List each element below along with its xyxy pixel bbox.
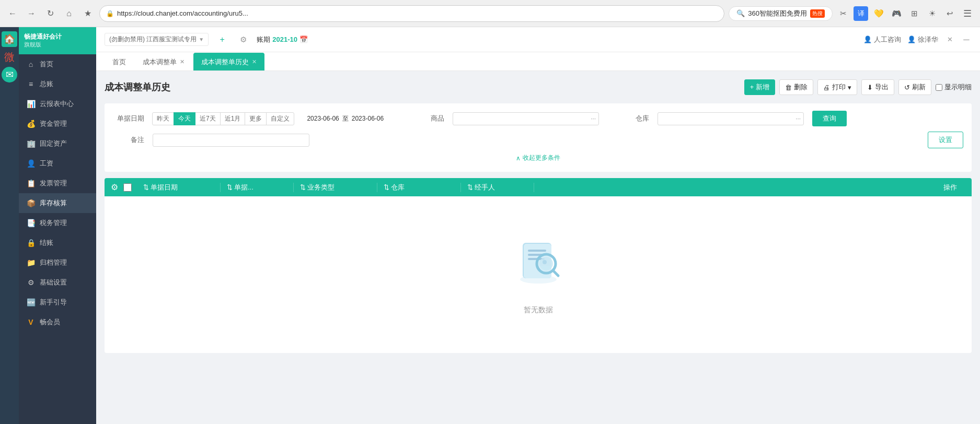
game-icon[interactable]: 🎮 <box>889 6 904 21</box>
icon-bar-active[interactable]: ✉ <box>2 67 17 83</box>
warehouse-input[interactable] <box>658 112 804 125</box>
new-button[interactable]: + 新增 <box>744 79 775 95</box>
period-label: 账期 <box>257 35 270 44</box>
th-type[interactable]: ⇅ 业务类型 <box>294 183 377 192</box>
display-cols-label: 显示明细 <box>944 83 972 92</box>
settings-gear-icon[interactable]: ⚙ <box>236 32 250 47</box>
goods-input[interactable] <box>453 112 599 125</box>
reload-button[interactable]: ↻ <box>43 6 57 21</box>
select-all-checkbox[interactable] <box>123 183 132 192</box>
sidebar-item-reports[interactable]: 📊 云报表中心 <box>19 94 96 114</box>
user-service-button[interactable]: 👤 人工咨询 <box>863 35 901 44</box>
top-bar: (勿删勿禁用) 江西服宝测试专用 ▼ + ⚙ 账期 2021-10 📅 👤 人工… <box>96 27 980 52</box>
query-button[interactable]: 查询 <box>812 111 847 126</box>
th-ops: 操作 <box>935 183 965 192</box>
delete-button[interactable]: 🗑 删除 <box>779 79 813 95</box>
home-button[interactable]: ⌂ <box>62 6 76 21</box>
setting-button[interactable]: 设置 <box>928 132 963 148</box>
sidebar-item-label-ledger: 总账 <box>40 79 53 89</box>
tab-label-cost-adjust: 成本调整单 <box>143 57 177 67</box>
search-bar[interactable]: 🔍 360智能抠图免费用 热搜 <box>729 6 833 21</box>
page-content: 成本调整单历史 + 新增 🗑 删除 🖨 打印 ▾ ⬇ 导出 <box>96 71 980 424</box>
collapse-btn[interactable]: ∧ 收起更多条件 <box>516 154 560 162</box>
tab-close-cost-adjust[interactable]: ✕ <box>180 58 185 65</box>
date-btn-custom[interactable]: 自定义 <box>266 112 294 125</box>
remark-filter-label: 备注 <box>113 135 144 145</box>
th-number[interactable]: ⇅ 单据... <box>221 183 294 192</box>
sort-icon-number: ⇅ <box>227 183 233 191</box>
logo-sub: 旗舰版 <box>24 41 41 49</box>
tab-home[interactable]: 首页 <box>105 53 134 70</box>
back-button[interactable]: ← <box>5 6 20 21</box>
th-number-label: 单据... <box>234 183 253 192</box>
svg-point-7 <box>539 257 553 270</box>
tab-cost-adjust-history[interactable]: 成本调整单历史 ✕ <box>193 53 264 70</box>
th-warehouse[interactable]: ⇅ 仓库 <box>377 183 461 192</box>
tab-label-cost-adjust-history: 成本调整单历史 <box>201 57 249 67</box>
sidebar-item-settings[interactable]: ⚙ 基础设置 <box>19 273 96 292</box>
sidebar-item-tax[interactable]: 📑 税务管理 <box>19 213 96 233</box>
grid-icon[interactable]: ⊞ <box>907 6 921 21</box>
tab-close-cost-adjust-history[interactable]: ✕ <box>252 58 257 65</box>
sidebar-item-label-fixed-assets: 固定资产 <box>40 139 67 148</box>
icon-bar-weibo[interactable]: 微 <box>2 49 17 65</box>
date-btn-more[interactable]: 更多 <box>245 112 267 125</box>
refresh-button[interactable]: ↺ 刷新 <box>898 79 931 95</box>
home-icon: ⌂ <box>26 60 36 68</box>
date-range-start: 2023-06-06 <box>307 115 339 122</box>
table-settings-icon[interactable]: ⚙ <box>111 182 118 192</box>
goods-select-wrap[interactable] <box>453 112 599 125</box>
scissors-icon[interactable]: ✂ <box>836 6 850 21</box>
sidebar-item-invoice[interactable]: 📋 发票管理 <box>19 173 96 193</box>
url-bar[interactable]: 🔒 https://cloud.chanjet.com/accounting/u… <box>99 5 724 22</box>
date-btn-yesterday[interactable]: 昨天 <box>152 112 174 125</box>
print-button[interactable]: 🖨 打印 ▾ <box>817 79 857 95</box>
calendar-icon[interactable]: 📅 <box>299 36 308 43</box>
sidebar-item-funds[interactable]: 💰 资金管理 <box>19 114 96 134</box>
wallet-icon[interactable]: 💛 <box>871 6 886 21</box>
bookmark-button[interactable]: ★ <box>80 6 95 21</box>
forward-button[interactable]: → <box>24 6 39 21</box>
export-button[interactable]: ⬇ 导出 <box>861 79 894 95</box>
sidebar-item-fixed-assets[interactable]: 🏢 固定资产 <box>19 134 96 154</box>
window-close-button[interactable]: ✕ <box>944 34 955 45</box>
translate-icon[interactable]: 译 <box>854 6 868 21</box>
sidebar-item-inventory[interactable]: 📦 库存核算 <box>19 193 96 213</box>
top-bar-left: (勿删勿禁用) 江西服宝测试专用 ▼ + ⚙ 账期 2021-10 📅 <box>105 32 308 47</box>
date-btn-today[interactable]: 今天 <box>174 112 195 125</box>
th-type-label: 业务类型 <box>307 183 335 192</box>
sidebar-item-home[interactable]: ⌂ 首页 <box>19 54 96 74</box>
brightness-icon[interactable]: ☀ <box>925 6 939 21</box>
print-icon: 🖨 <box>823 84 830 91</box>
warehouse-select-wrap[interactable] <box>658 112 804 125</box>
logo-title: 畅捷通好会计 <box>24 33 62 41</box>
payroll-icon: 👤 <box>26 159 36 168</box>
th-date[interactable]: ⇅ 单据日期 <box>137 183 221 192</box>
date-btn-7days[interactable]: 近7天 <box>195 112 221 125</box>
menu-icon[interactable]: ☰ <box>960 6 975 21</box>
user-profile-button[interactable]: 👤 徐泽华 <box>907 35 938 44</box>
add-account-button[interactable]: + <box>215 32 229 47</box>
sidebar-item-archive[interactable]: 📁 归档管理 <box>19 253 96 273</box>
display-cols-checkbox-wrap[interactable]: 显示明细 <box>936 83 972 92</box>
date-btn-1month[interactable]: 近1月 <box>220 112 246 125</box>
sidebar-item-guide[interactable]: 🆕 新手引导 <box>19 292 96 312</box>
sidebar-item-payroll[interactable]: 👤 工资 <box>19 154 96 173</box>
tab-cost-adjust[interactable]: 成本调整单 ✕ <box>135 53 192 70</box>
sidebar-item-label-member: 畅会员 <box>40 317 60 327</box>
filter-row-date: 单据日期 昨天 今天 近7天 近1月 更多 自定义 2023-06-06 至 2… <box>113 111 963 126</box>
sidebar-item-label-settings: 基础设置 <box>40 278 67 287</box>
display-cols-checkbox[interactable] <box>936 84 942 91</box>
remark-input[interactable] <box>153 134 309 147</box>
th-handler[interactable]: ⇅ 经手人 <box>461 183 534 192</box>
sidebar-item-ledger[interactable]: ≡ 总账 <box>19 74 96 94</box>
account-selector[interactable]: (勿删勿禁用) 江西服宝测试专用 ▼ <box>105 33 209 46</box>
icon-bar-notification[interactable]: 🏠 <box>2 31 17 47</box>
sidebar-item-member[interactable]: V 畅会员 <box>19 312 96 332</box>
undo-icon[interactable]: ↩ <box>942 6 957 21</box>
window-minimize-button[interactable]: ─ <box>961 34 972 45</box>
print-chevron-icon: ▾ <box>848 84 851 91</box>
top-bar-right: 👤 人工咨询 👤 徐泽华 ✕ ─ <box>863 34 972 45</box>
filter-section: 单据日期 昨天 今天 近7天 近1月 更多 自定义 2023-06-06 至 2… <box>105 103 972 172</box>
sidebar-item-closing[interactable]: 🔒 结账 <box>19 233 96 253</box>
